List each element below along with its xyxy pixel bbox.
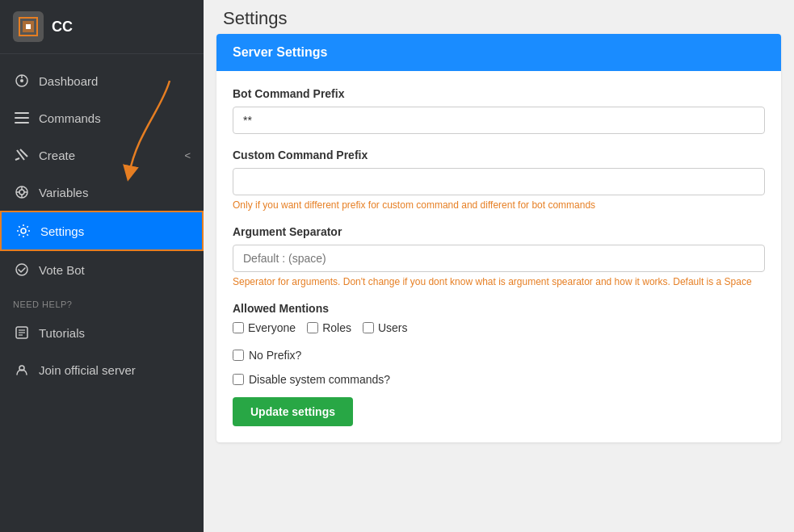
bot-command-prefix-group: Bot Command Prefix — [233, 87, 765, 134]
custom-command-prefix-label: Custom Command Prefix — [233, 149, 765, 161]
custom-command-prefix-group: Custom Command Prefix Only if you want d… — [233, 149, 765, 211]
sidebar-item-votebot[interactable]: Vote Bot — [0, 251, 204, 288]
bot-command-prefix-input[interactable] — [233, 107, 765, 134]
custom-command-prefix-input[interactable] — [233, 168, 765, 195]
argument-separator-input[interactable] — [233, 245, 765, 272]
settings-card: Server Settings Bot Command Prefix Custo… — [216, 34, 781, 442]
sidebar-item-label: Dashboard — [39, 74, 98, 88]
sidebar-item-label: Tutorials — [39, 326, 85, 340]
disable-system-commands-checkbox[interactable] — [233, 374, 244, 385]
sidebar-item-settings[interactable]: Settings — [0, 211, 204, 251]
no-prefix-label: No Prefix? — [249, 349, 301, 362]
sidebar-item-label: Variables — [39, 186, 88, 199]
mention-users-label: Users — [378, 321, 408, 334]
custom-command-prefix-hint: Only if you want different prefix for cu… — [233, 199, 765, 211]
mention-roles-label: Roles — [322, 321, 351, 334]
allowed-mentions-label: Allowed Mentions — [233, 302, 765, 315]
mention-roles-checkbox[interactable] — [307, 322, 318, 333]
help-section-label: NEED HELP? — [0, 288, 204, 314]
page-header: Settings — [204, 0, 794, 34]
svg-point-19 — [21, 228, 26, 233]
allowed-mentions-group: Allowed Mentions Everyone Roles Users — [233, 302, 765, 334]
sidebar-item-create[interactable]: Create < — [0, 136, 204, 174]
sidebar-item-label: Vote Bot — [39, 263, 85, 277]
sidebar-item-dashboard[interactable]: Dashboard — [0, 62, 204, 99]
commands-icon — [13, 109, 31, 127]
disable-system-commands-label: Disable system commands? — [249, 373, 390, 386]
mention-users-checkbox[interactable] — [363, 322, 374, 333]
dashboard-icon — [13, 72, 31, 90]
main-content: Settings Server Settings Bot Command Pre… — [204, 0, 794, 532]
page-title: Settings — [223, 8, 775, 29]
svg-rect-8 — [15, 117, 29, 119]
mention-everyone-item[interactable]: Everyone — [233, 321, 296, 334]
bot-command-prefix-label: Bot Command Prefix — [233, 87, 765, 100]
mention-users-item[interactable]: Users — [363, 321, 408, 334]
no-prefix-item[interactable]: No Prefix? — [233, 349, 765, 362]
svg-marker-3 — [26, 24, 31, 29]
svg-point-5 — [20, 79, 23, 82]
variables-icon — [13, 183, 31, 201]
card-body: Bot Command Prefix Custom Command Prefix… — [216, 71, 781, 442]
svg-point-20 — [16, 264, 27, 275]
sidebar-item-label: Settings — [40, 224, 84, 238]
sidebar-header: CC — [0, 0, 204, 54]
card-header: Server Settings — [216, 34, 781, 71]
app-title: CC — [52, 19, 73, 36]
mention-roles-item[interactable]: Roles — [307, 321, 351, 334]
sidebar-item-join-server[interactable]: Join official server — [0, 351, 204, 388]
mentions-checkboxes: Everyone Roles Users — [233, 321, 765, 334]
tutorials-icon — [13, 324, 31, 341]
no-prefix-checkbox[interactable] — [233, 350, 244, 361]
sidebar: CC Dashboard Commands — [0, 0, 204, 532]
app-logo — [13, 11, 44, 42]
sidebar-nav: Dashboard Commands Create — [0, 54, 204, 532]
sidebar-item-label: Join official server — [39, 363, 136, 377]
settings-icon — [15, 222, 32, 240]
svg-line-12 — [15, 158, 19, 160]
chevron-icon: < — [184, 149, 191, 161]
sidebar-item-label: Commands — [39, 111, 101, 125]
update-settings-button[interactable]: Update settings — [233, 397, 353, 426]
join-server-icon — [13, 361, 31, 379]
sidebar-item-variables[interactable]: Variables — [0, 174, 204, 211]
argument-separator-label: Argument Separator — [233, 225, 765, 238]
sidebar-item-tutorials[interactable]: Tutorials — [0, 314, 204, 351]
sidebar-item-label: Create — [39, 149, 75, 162]
svg-point-13 — [19, 190, 24, 195]
sidebar-item-commands[interactable]: Commands — [0, 99, 204, 136]
argument-separator-hint: Seperator for arguments. Don't change if… — [233, 276, 765, 287]
argument-separator-group: Argument Separator Seperator for argumen… — [233, 225, 765, 287]
create-icon — [13, 146, 31, 164]
svg-rect-9 — [15, 122, 29, 124]
mention-everyone-checkbox[interactable] — [233, 322, 244, 333]
votebot-icon — [13, 261, 31, 279]
svg-rect-7 — [15, 112, 29, 114]
mention-everyone-label: Everyone — [248, 321, 296, 334]
disable-system-commands-item[interactable]: Disable system commands? — [233, 373, 765, 386]
